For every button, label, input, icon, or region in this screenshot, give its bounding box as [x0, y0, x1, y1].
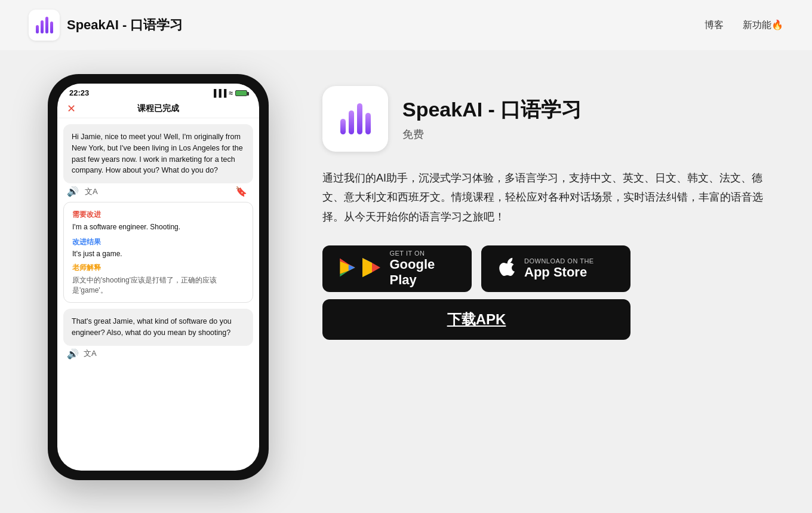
apple-icon: [496, 256, 517, 281]
chat-message-2: That's great Jamie, what kind of softwar…: [63, 309, 253, 346]
header-title: SpeakAI - 口语学习: [67, 16, 183, 34]
app-store-text: Download on the App Store: [524, 257, 594, 280]
app-store-button[interactable]: Download on the App Store: [481, 245, 630, 292]
phone-time: 22:23: [69, 88, 89, 97]
app-icon-large: [322, 86, 388, 152]
google-play-svg: [361, 257, 382, 278]
bubble-actions-2: 🔊 文A: [67, 348, 253, 360]
course-title: 课程已完成: [137, 103, 179, 114]
google-play-button[interactable]: GET IT ON Google Play: [322, 245, 472, 292]
logo-bars: [36, 17, 53, 33]
app-name: SpeakAI - 口语学习: [402, 96, 582, 124]
google-play-text: GET IT ON Google Play: [389, 250, 457, 288]
app-icon-bar-2: [349, 110, 354, 134]
header-nav: 博客 新功能🔥: [705, 19, 783, 32]
apk-download-button[interactable]: 下载APK: [322, 299, 630, 340]
feedback-teacher-text: 原文中的'shooting'应该是打错了，正确的应该是'game'。: [72, 275, 244, 296]
download-row-2: 下载APK: [322, 299, 764, 340]
feedback-original-text: I'm a software engineer. Shooting.: [72, 222, 244, 232]
bookmark-icon[interactable]: 🔖: [235, 186, 247, 197]
header-left: SpeakAI - 口语学习: [29, 10, 183, 41]
chat-area: Hi Jamie, nice to meet you! Well, I'm or…: [57, 118, 259, 471]
feedback-need-improve-label: 需要改进: [72, 210, 244, 220]
feedback-improved-label: 改进结果: [72, 237, 244, 247]
app-info-row: SpeakAI - 口语学习 免费: [322, 86, 764, 152]
status-icons: ▐▐▐ ≈: [211, 89, 247, 97]
logo-bar-3: [45, 17, 48, 33]
google-play-icon: [337, 257, 382, 281]
app-store-small-text: Download on the: [524, 257, 594, 265]
app-name-block: SpeakAI - 口语学习 免费: [402, 96, 582, 142]
phone-mockup: 22:23 ▐▐▐ ≈ ✕ 课程已完成 Hi Jamie, n: [48, 74, 269, 480]
logo-bar-2: [41, 20, 44, 33]
wifi-icon: ≈: [229, 89, 233, 97]
nav-new-features[interactable]: 新功能🔥: [743, 19, 783, 32]
logo-icon: [29, 10, 60, 41]
phone-course-header: ✕ 课程已完成: [57, 100, 259, 118]
feedback-card: 需要改进 I'm a software engineer. Shooting. …: [63, 202, 253, 303]
phone-container: 22:23 ▐▐▐ ≈ ✕ 课程已完成 Hi Jamie, n: [48, 74, 275, 480]
phone-screen: 22:23 ▐▐▐ ≈ ✕ 课程已完成 Hi Jamie, n: [57, 84, 259, 471]
download-row-1: GET IT ON Google Play Download on t: [322, 245, 764, 292]
translate-icon-2[interactable]: 文A: [84, 348, 97, 359]
speaker-icon-2[interactable]: 🔊: [67, 348, 79, 360]
signal-icon: ▐▐▐: [211, 89, 227, 97]
app-icon-bar-1: [340, 119, 346, 134]
header: SpeakAI - 口语学习 博客 新功能🔥: [0, 0, 812, 50]
google-play-small-text: GET IT ON: [389, 250, 457, 257]
speaker-icon[interactable]: 🔊: [67, 186, 79, 197]
logo-bar-1: [36, 25, 39, 33]
main-content: 22:23 ▐▐▐ ≈ ✕ 课程已完成 Hi Jamie, n: [0, 50, 812, 504]
chat-message-1: Hi Jamie, nice to meet you! Well, I'm or…: [63, 124, 253, 183]
logo-bar-4: [50, 21, 53, 33]
google-play-large-text: Google Play: [389, 257, 457, 288]
app-icon-bars: [340, 103, 371, 134]
feedback-teacher-label: 老师解释: [72, 263, 244, 273]
app-icon-bar-3: [357, 103, 362, 134]
translate-icon[interactable]: 文A: [85, 186, 98, 197]
app-icon-bar-4: [365, 113, 371, 134]
app-price: 免费: [402, 127, 582, 142]
bubble-actions-1: 🔊 文A 🔖: [67, 186, 253, 197]
app-description: 通过我们的AI助手，沉浸式学习体验，多语言学习，支持中文、英文、日文、韩文、法文…: [322, 168, 764, 226]
feedback-improved-text: It's just a game.: [72, 250, 244, 258]
right-content: SpeakAI - 口语学习 免费 通过我们的AI助手，沉浸式学习体验，多语言学…: [322, 74, 764, 340]
close-icon[interactable]: ✕: [67, 102, 76, 115]
phone-status-bar: 22:23 ▐▐▐ ≈: [57, 84, 259, 100]
nav-blog[interactable]: 博客: [705, 19, 724, 32]
battery-icon: [235, 90, 247, 96]
download-buttons: GET IT ON Google Play Download on t: [322, 245, 764, 340]
apple-svg: [496, 256, 517, 278]
app-store-large-text: App Store: [524, 265, 594, 280]
